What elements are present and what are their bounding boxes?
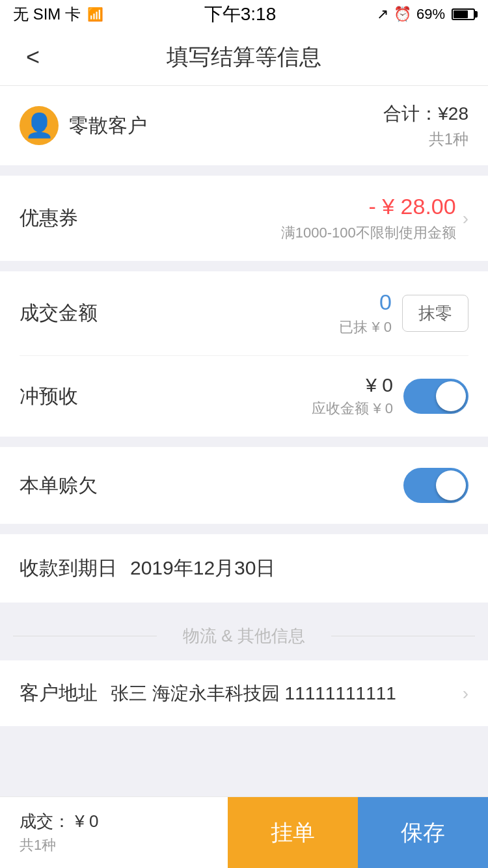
address-chevron-icon: › xyxy=(463,683,468,704)
bottom-transaction-amount: ¥ 0 xyxy=(75,811,98,831)
address-value: 张三 海淀永丰科技园 11111111111 xyxy=(111,681,456,706)
transaction-value[interactable]: 0 xyxy=(339,290,392,315)
customer-info: 👤 零散客户 xyxy=(20,106,147,145)
prepayment-value-stack: ¥ 0 应收金额 ¥ 0 xyxy=(312,374,393,418)
status-right: ↗ ⏰ 69% xyxy=(377,6,475,23)
prepayment-amount: ¥ 0 xyxy=(312,374,393,396)
toggle-knob xyxy=(436,381,466,411)
address-label: 客户地址 xyxy=(20,680,98,707)
wifi-icon: 📶 xyxy=(87,7,103,22)
prepayment-row: 冲预收 ¥ 0 应收金额 ¥ 0 xyxy=(20,356,468,437)
page-title: 填写结算等信息 xyxy=(167,42,321,72)
bottom-summary: 成交： ¥ 0 共1种 xyxy=(0,797,228,868)
transaction-sub: 已抹 ¥ 0 xyxy=(339,318,392,337)
transaction-section: 成交金额 0 已抹 ¥ 0 抹零 冲预收 ¥ 0 应收金额 ¥ 0 xyxy=(0,271,488,437)
bottom-transaction-label: 成交： xyxy=(20,811,70,831)
due-date-value[interactable]: 2019年12月30日 xyxy=(130,555,275,582)
prepayment-right: ¥ 0 应收金额 ¥ 0 xyxy=(312,374,468,418)
round-button[interactable]: 抹零 xyxy=(402,295,468,332)
due-date-row: 收款到期日 2019年12月30日 xyxy=(0,534,488,603)
customer-name: 零散客户 xyxy=(69,113,147,139)
transaction-label: 成交金额 xyxy=(20,300,98,327)
prepayment-sub: 应收金额 ¥ 0 xyxy=(312,399,393,418)
total-amount: 合计：¥28 xyxy=(383,102,468,126)
logistics-label: 物流 & 其他信息 xyxy=(183,625,305,647)
coupon-amount: - ¥ 28.00 xyxy=(281,194,456,219)
bottom-count: 共1种 xyxy=(20,835,208,855)
coupon-description: 满1000-100不限制使用金额 xyxy=(281,223,456,243)
arrears-label: 本单赊欠 xyxy=(20,472,98,499)
divider-line-right xyxy=(331,636,475,636)
save-button[interactable]: 保存 xyxy=(358,797,488,868)
prepayment-label: 冲预收 xyxy=(20,383,78,410)
transaction-right: 0 已抹 ¥ 0 抹零 xyxy=(339,290,468,337)
coupon-value-area: - ¥ 28.00 满1000-100不限制使用金额 xyxy=(281,194,456,243)
arrears-row: 本单赊欠 xyxy=(20,447,468,524)
arrears-toggle[interactable] xyxy=(403,468,468,503)
battery-icon xyxy=(452,8,475,20)
bottom-transaction-text: 成交： ¥ 0 xyxy=(20,810,208,833)
due-date-label: 收款到期日 xyxy=(20,555,117,582)
status-left: 无 SIM 卡 📶 xyxy=(13,4,103,25)
prepayment-toggle[interactable] xyxy=(403,379,468,414)
arrears-section: 本单赊欠 xyxy=(0,447,488,524)
arrears-toggle-knob xyxy=(436,470,466,500)
back-button[interactable]: < xyxy=(20,37,46,77)
status-time: 下午3:18 xyxy=(204,2,277,27)
location-icon: ↗ xyxy=(377,6,388,23)
transaction-value-stack: 0 已抹 ¥ 0 xyxy=(339,290,392,337)
customer-total: 合计：¥28 共1种 xyxy=(383,102,468,150)
battery-percent: 69% xyxy=(416,6,445,23)
coupon-row[interactable]: 优惠券 - ¥ 28.00 满1000-100不限制使用金额 › xyxy=(0,176,488,261)
customer-row: 👤 零散客户 合计：¥28 共1种 xyxy=(0,86,488,165)
chevron-right-icon: › xyxy=(463,208,468,229)
content-area: 👤 零散客户 合计：¥28 共1种 优惠券 - ¥ 28.00 满1000-10… xyxy=(0,86,488,804)
logistics-section-header: 物流 & 其他信息 xyxy=(0,613,488,659)
alarm-icon: ⏰ xyxy=(394,6,411,23)
hold-button[interactable]: 挂单 xyxy=(228,797,358,868)
status-bar: 无 SIM 卡 📶 下午3:18 ↗ ⏰ 69% xyxy=(0,0,488,29)
divider-line-left xyxy=(13,636,157,636)
avatar-icon: 👤 xyxy=(25,112,54,139)
avatar: 👤 xyxy=(20,106,59,145)
bottom-bar: 成交： ¥ 0 共1种 挂单 保存 xyxy=(0,796,488,868)
address-row[interactable]: 客户地址 张三 海淀永丰科技园 11111111111 › xyxy=(0,660,488,726)
coupon-label: 优惠券 xyxy=(20,205,78,232)
nav-bar: < 填写结算等信息 xyxy=(0,29,488,86)
transaction-row: 成交金额 0 已抹 ¥ 0 抹零 xyxy=(20,271,468,356)
total-count: 共1种 xyxy=(383,129,468,150)
carrier-text: 无 SIM 卡 xyxy=(13,4,81,25)
coupon-right: - ¥ 28.00 满1000-100不限制使用金额 › xyxy=(281,194,468,243)
